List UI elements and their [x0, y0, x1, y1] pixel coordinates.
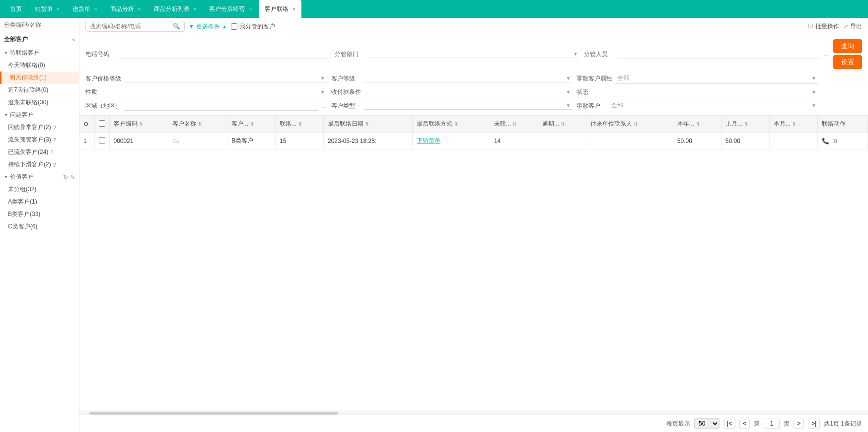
sidebar-item-abnormal-repurchase[interactable]: 回购异常客户(2) ? [0, 121, 79, 134]
row-select-checkbox[interactable] [99, 137, 105, 144]
per-page-select[interactable]: 50 100 200 [694, 418, 720, 429]
gear-column-header[interactable]: ⚙ [79, 116, 94, 133]
scrollbar-thumb[interactable] [89, 412, 338, 415]
nav-sales-order[interactable]: 销货单 × [29, 0, 66, 18]
nav-product-analysis-list[interactable]: 商品分析列表 × [148, 0, 203, 18]
sort-icon[interactable]: ⇅ [198, 121, 202, 127]
nav-purchase-order[interactable]: 进货单 × [67, 0, 103, 18]
sidebar-item-declining[interactable]: 持续下滑客户(2) ? [0, 158, 79, 171]
sort-icon[interactable]: ⇅ [696, 121, 700, 127]
phone-input[interactable] [118, 50, 331, 59]
region-dots-icon[interactable]: … [321, 102, 327, 109]
next-page-button[interactable]: > [794, 419, 804, 429]
dept-select[interactable]: ▼ [367, 50, 580, 58]
refresh-icon[interactable]: ↻ [63, 174, 68, 181]
horizontal-scrollbar[interactable] [79, 411, 868, 415]
sort-icon[interactable]: ⇅ [744, 121, 748, 127]
col-header-this-year: 本年... ⇅ [673, 116, 721, 133]
price-grade-select[interactable]: ▼ [124, 74, 327, 82]
export-button[interactable]: ↗ 导出 [843, 22, 862, 31]
sort-icon[interactable]: ⇅ [365, 121, 369, 127]
batch-operation-button[interactable]: ☑ 批量操作 [808, 22, 839, 31]
manager-dots-icon[interactable]: … [823, 51, 829, 58]
sidebar-group-value[interactable]: ▼ 价值客户 ↻ ✎ [0, 171, 79, 183]
status-label: 状态 [577, 88, 606, 96]
sort-icon[interactable]: ⇅ [792, 121, 796, 127]
sort-icon[interactable]: ⇅ [139, 121, 143, 127]
filter-field-retail-attr: 零散客户属性 全部 ▼ [577, 73, 818, 84]
set-button[interactable]: 设置 [833, 55, 862, 69]
sidebar-search-input[interactable] [4, 21, 78, 28]
nav-home[interactable]: 首页 [4, 0, 28, 18]
payment-terms-chevron-icon: ▼ [566, 89, 571, 95]
nav-customer-contact[interactable]: 客户联络 × [259, 0, 301, 18]
sidebar-item-ungrouped[interactable]: 未分组(32) [0, 183, 79, 196]
nav-close-icon[interactable]: × [249, 6, 252, 12]
filter-search-icon[interactable]: 🔍 [173, 23, 180, 30]
total-records: 共1页 1条记录 [824, 420, 862, 428]
sort-icon[interactable]: ⇅ [512, 121, 516, 127]
sort-icon[interactable]: ⇅ [561, 121, 565, 127]
content-area: 🔍 ▼ 更多条件 ▲ 我分管的客户 ☑ 批量操作 ↗ 导出 [79, 18, 868, 432]
sidebar-item-overdue[interactable]: 逾期未联络(30) [0, 96, 79, 109]
sidebar-item-churn-warning[interactable]: 流失预警客户(3) ? [0, 134, 79, 146]
query-button[interactable]: 查询 [833, 39, 862, 53]
nav-close-icon[interactable]: × [94, 6, 97, 12]
manager-input[interactable] [617, 50, 820, 59]
grid-icon[interactable]: ⊞ [832, 138, 837, 144]
sidebar-item-churned[interactable]: 已流失客户(24) ? [0, 146, 79, 158]
nature-select[interactable]: ▼ [118, 88, 327, 96]
advanced-filter-panel: 电话号码 分管部门 ▼ 分管人员 … 查询 设置 [79, 35, 868, 116]
col-header-unit-contact: 往来单位联系人 ⇅ [586, 116, 673, 133]
sidebar-item-7days[interactable]: 近7天待联络(0) [0, 84, 79, 96]
sidebar-item-tomorrow[interactable]: 明天待联络(1) [0, 72, 79, 84]
adv-filter-row-1: 电话号码 分管部门 ▼ 分管人员 … 查询 设置 [85, 39, 862, 69]
row-last-contact-method[interactable]: 下销货单 [413, 133, 490, 149]
prev-page-button[interactable]: < [739, 419, 750, 429]
sidebar-item-today[interactable]: 今天待联络(0) [0, 59, 79, 72]
phone-icon[interactable]: 📞 [822, 138, 829, 144]
sidebar-group-pending[interactable]: ▼ 待联络客户 [0, 47, 79, 59]
customer-grade-label: 客户等级 [331, 74, 361, 83]
row-code: 000021 [109, 133, 168, 149]
settings-icon[interactable]: ⚙ [83, 121, 89, 128]
sidebar-item-a-class[interactable]: A类客户(1) [0, 196, 79, 208]
row-action[interactable]: 📞 ⊞ [817, 133, 868, 149]
sort-icon[interactable]: ⇅ [298, 121, 302, 127]
select-all-checkbox[interactable] [99, 120, 105, 127]
my-customers-checkbox[interactable] [231, 23, 237, 30]
contact-method-link[interactable]: 下销货单 [417, 137, 440, 144]
page-input[interactable] [764, 419, 780, 429]
sidebar-all-customers[interactable]: 全部客户 « [0, 32, 79, 47]
retail-customer-select[interactable]: 全部 ▼ [609, 100, 818, 111]
col-header-contact-count: 联络... ⇅ [276, 116, 324, 133]
help-icon: ? [50, 149, 53, 155]
sidebar-item-b-class[interactable]: B类客户(33) [0, 208, 79, 220]
status-select[interactable]: ▼ [609, 88, 818, 96]
first-page-button[interactable]: |< [723, 419, 735, 429]
customer-type-chevron-icon: ▼ [566, 103, 571, 108]
nav-close-icon[interactable]: × [138, 6, 141, 12]
edit-icon[interactable]: ✎ [70, 174, 75, 181]
sidebar-group-problem[interactable]: ▼ 问题客户 [0, 109, 79, 121]
customer-type-select[interactable]: ▼ [364, 102, 573, 110]
last-page-button[interactable]: >| [808, 419, 820, 429]
region-input[interactable] [124, 101, 318, 111]
sort-icon[interactable]: ⇅ [250, 121, 254, 127]
sort-icon[interactable]: ⇅ [454, 121, 458, 127]
sidebar-item-c-class[interactable]: C类客户(6) [0, 220, 79, 233]
my-customers-checkbox-label[interactable]: 我分管的客户 [231, 22, 275, 31]
nav-close-icon[interactable]: × [194, 6, 197, 12]
nav-customer-tier[interactable]: 客户分层经营 × [203, 0, 258, 18]
filter-icon: ▼ [189, 23, 194, 29]
filter-field-status: 状态 ▼ [577, 88, 818, 96]
sort-icon[interactable]: ⇅ [634, 121, 638, 127]
customer-grade-select[interactable]: ▼ [364, 74, 573, 82]
retail-attr-select[interactable]: 全部 ▼ [615, 73, 818, 84]
nav-product-analysis[interactable]: 商品分析 × [104, 0, 147, 18]
nav-close-icon[interactable]: × [57, 6, 60, 12]
nav-close-active-icon[interactable]: × [292, 6, 295, 12]
payment-terms-select[interactable]: ▼ [364, 88, 573, 96]
filter-search-input[interactable] [90, 23, 171, 30]
more-conditions-button[interactable]: ▼ 更多条件 ▲ [189, 22, 227, 31]
